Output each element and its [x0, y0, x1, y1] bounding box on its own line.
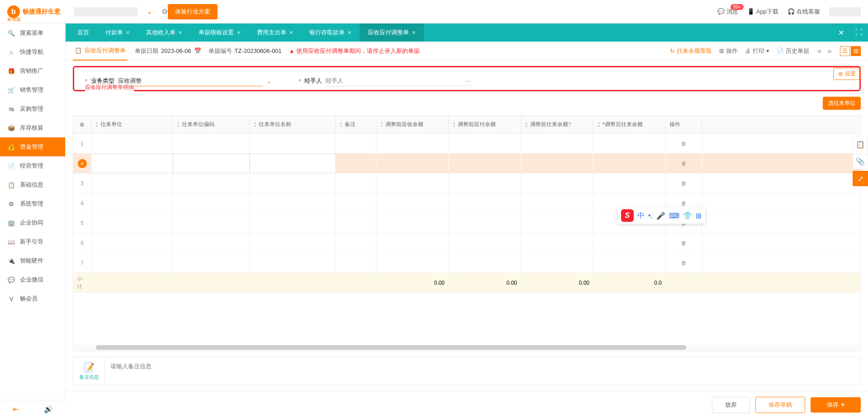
calendar-icon[interactable]: 📅: [194, 47, 201, 54]
table-cell[interactable]: [449, 213, 521, 233]
sidebar-item-guide[interactable]: 📖新手引导: [0, 232, 65, 251]
trash-icon[interactable]: 🗑: [681, 180, 687, 187]
doc-date-value[interactable]: 2023-06-06: [161, 47, 191, 54]
sidebar-item-doc[interactable]: 📄经营管理: [0, 156, 65, 175]
dock-expand-icon[interactable]: ⤢: [853, 171, 868, 186]
table-header[interactable]: ▲▼往来单位: [91, 116, 173, 133]
close-all-tabs-icon[interactable]: ✕: [832, 23, 850, 42]
table-cell[interactable]: [250, 193, 336, 213]
table-cell[interactable]: [173, 253, 250, 272]
close-icon[interactable]: ✕: [237, 30, 241, 36]
sort-icon[interactable]: ▲▼: [253, 121, 257, 128]
biz-type-select[interactable]: [118, 75, 263, 86]
table-cell[interactable]: [376, 154, 449, 173]
select-unit-button[interactable]: 选往来单位: [823, 97, 861, 110]
tab[interactable]: 首页: [69, 23, 97, 42]
table-cell[interactable]: [593, 134, 666, 153]
table-cell[interactable]: [91, 233, 173, 253]
prev-icon[interactable]: ◀: [816, 47, 821, 54]
trash-icon[interactable]: 🗑: [681, 200, 687, 207]
table-cell[interactable]: [449, 193, 521, 213]
sidebar-item-money[interactable]: 💰资金管理: [0, 137, 65, 156]
trash-icon[interactable]: 🗑: [681, 240, 687, 246]
ime-toolbar[interactable]: S 中 •, 🎤 ⌨ 👕 ⊞: [617, 207, 705, 224]
table-cell[interactable]: [449, 134, 521, 153]
table-header[interactable]: ▲▼备注: [336, 116, 376, 133]
table-cell[interactable]: [376, 193, 449, 213]
table-cell[interactable]: [336, 213, 376, 233]
org-dropdown[interactable]: ⌄ ⚙: [74, 7, 168, 16]
table-cell[interactable]: [521, 233, 593, 253]
sort-icon[interactable]: ▲▼: [176, 121, 180, 128]
tab[interactable]: 应收应付调整单✕: [360, 23, 424, 42]
table-cell[interactable]: [250, 213, 336, 233]
tab[interactable]: 银行存取款单✕: [301, 23, 360, 42]
handler-input[interactable]: [326, 75, 470, 86]
horizontal-scrollbar[interactable]: [73, 344, 860, 351]
user-area[interactable]: [829, 7, 861, 16]
sort-icon[interactable]: ▲▼: [339, 121, 343, 128]
sort-icon[interactable]: ▲▼: [597, 121, 601, 128]
collapse-icon[interactable]: ⇤: [13, 405, 19, 413]
tab[interactable]: 付款单✕: [97, 23, 138, 42]
chevron-down-icon[interactable]: ⌄: [266, 78, 271, 85]
settings-button[interactable]: ⚙ 设置: [833, 68, 861, 80]
table-cell[interactable]: [173, 233, 250, 253]
table-cell[interactable]: [521, 134, 593, 153]
table-cell[interactable]: [521, 154, 593, 173]
dock-note-icon[interactable]: 📋: [853, 136, 868, 152]
table-cell[interactable]: [91, 253, 173, 272]
save-draft-button[interactable]: 保存草稿: [755, 397, 805, 413]
try-industry-button[interactable]: 体验行业方案: [168, 4, 218, 19]
close-icon[interactable]: ✕: [178, 30, 182, 36]
sidebar-item-vip[interactable]: V畅会员: [0, 289, 65, 308]
table-cell[interactable]: [250, 154, 336, 173]
gear-icon[interactable]: ⚙: [161, 7, 168, 16]
scroll-thumb[interactable]: [96, 345, 686, 350]
close-icon[interactable]: ✕: [347, 30, 351, 36]
table-cell[interactable]: [449, 253, 521, 272]
print-button[interactable]: 🖨 打印 ▾: [745, 47, 769, 55]
dock-attach-icon[interactable]: 📎: [853, 154, 868, 169]
table-cell[interactable]: [336, 154, 376, 173]
sidebar-item-cart[interactable]: 🛒销售管理: [0, 80, 65, 99]
close-icon[interactable]: ✕: [126, 30, 130, 36]
save-button[interactable]: 保存 ▾: [811, 397, 861, 413]
table-header[interactable]: ▲▼往来单位编码: [173, 116, 250, 133]
messages-button[interactable]: 💬 消息 99+: [717, 8, 738, 16]
table-cell[interactable]: [250, 174, 336, 193]
table-row[interactable]: +🗑: [73, 154, 860, 174]
table-cell[interactable]: [593, 174, 666, 193]
sort-icon[interactable]: ▲▼: [452, 121, 456, 128]
table-cell[interactable]: [376, 253, 449, 272]
table-cell[interactable]: [376, 213, 449, 233]
close-icon[interactable]: ✕: [412, 30, 416, 36]
sort-icon[interactable]: ▲▼: [380, 121, 384, 128]
sidebar-item-wechat[interactable]: 💬企业微信: [0, 270, 65, 289]
table-settings-header[interactable]: ⚙: [73, 116, 91, 133]
table-row[interactable]: 7🗑: [73, 253, 860, 273]
table-header[interactable]: ▲▼调整前往来余额 ?: [521, 116, 593, 133]
table-cell[interactable]: [250, 134, 336, 153]
table-cell[interactable]: [173, 154, 250, 173]
table-cell[interactable]: [173, 174, 250, 193]
table-header[interactable]: ▲▼调整前应收余额: [376, 116, 449, 133]
table-cell[interactable]: [449, 174, 521, 193]
reget-balance-button[interactable]: ↻ 往来余额重取: [670, 47, 712, 55]
history-button[interactable]: 📄 历史单据: [777, 47, 809, 55]
view-grid-button[interactable]: ⊞: [851, 46, 861, 56]
table-cell[interactable]: [250, 233, 336, 253]
table-row[interactable]: 3🗑: [73, 174, 860, 193]
table-cell[interactable]: [376, 233, 449, 253]
sidebar-item-hw[interactable]: 🔌智能硬件: [0, 251, 65, 270]
ime-keyboard-icon[interactable]: ⌨: [669, 211, 679, 220]
sidebar-item-home[interactable]: ⌂快捷导航: [0, 42, 65, 61]
sidebar-item-search[interactable]: 🔍搜索菜单: [0, 23, 65, 42]
trash-icon[interactable]: 🗑: [681, 260, 687, 266]
table-cell[interactable]: [91, 193, 173, 213]
trash-icon[interactable]: 🗑: [681, 141, 687, 147]
table-header[interactable]: ▲▼调整前应付余额: [449, 116, 521, 133]
close-icon[interactable]: ✕: [289, 30, 293, 36]
table-cell[interactable]: [91, 154, 173, 173]
tab[interactable]: 费用支出单✕: [249, 23, 301, 42]
